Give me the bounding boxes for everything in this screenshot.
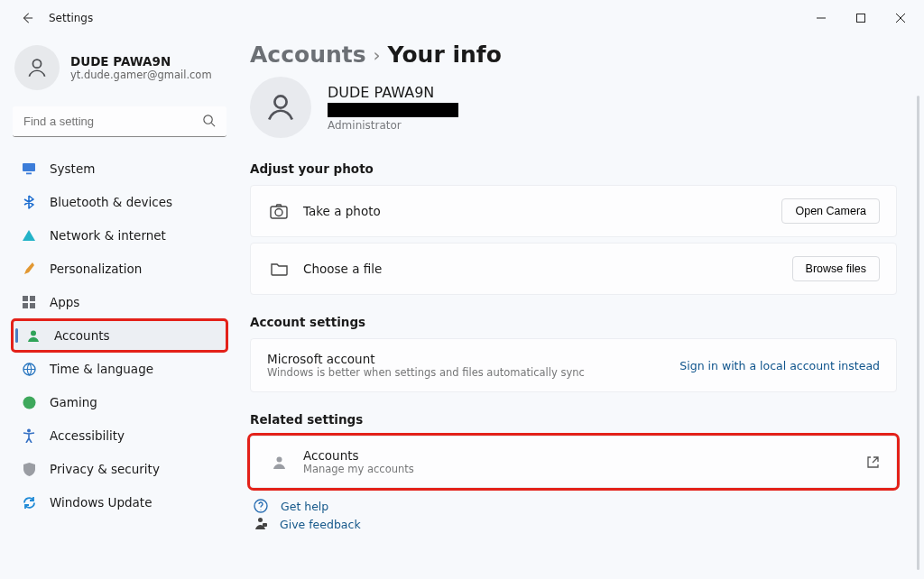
nav-label: Accounts bbox=[54, 328, 110, 343]
nav-label: Network & internet bbox=[50, 228, 166, 243]
breadcrumb-parent[interactable]: Accounts bbox=[250, 41, 366, 68]
svg-point-13 bbox=[274, 96, 286, 107]
svg-point-2 bbox=[204, 115, 212, 124]
svg-point-18 bbox=[258, 518, 263, 522]
svg-rect-7 bbox=[23, 303, 28, 308]
svg-rect-4 bbox=[26, 173, 32, 175]
svg-rect-19 bbox=[263, 523, 267, 527]
nav-label: Time & language bbox=[50, 362, 153, 376]
svg-point-11 bbox=[23, 396, 35, 409]
nav: System Bluetooth & devices Network & int… bbox=[13, 153, 226, 518]
nav-apps[interactable]: Apps bbox=[13, 287, 226, 317]
bluetooth-icon bbox=[22, 195, 36, 209]
search-icon bbox=[202, 114, 216, 127]
nav-time-language[interactable]: Time & language bbox=[13, 354, 226, 384]
nav-label: Personalization bbox=[50, 262, 142, 276]
svg-point-1 bbox=[32, 60, 41, 68]
related-accounts-sub: Manage my accounts bbox=[303, 463, 414, 475]
nav-label: Accessibility bbox=[50, 428, 125, 443]
get-help-link[interactable]: Get help bbox=[281, 500, 328, 513]
feedback-icon bbox=[254, 517, 267, 531]
search-input[interactable] bbox=[13, 106, 226, 137]
svg-rect-3 bbox=[23, 163, 35, 171]
gaming-icon bbox=[22, 396, 36, 409]
svg-point-9 bbox=[31, 331, 36, 336]
hero-avatar bbox=[250, 77, 311, 138]
folder-icon bbox=[267, 262, 291, 276]
hero-role: Administrator bbox=[328, 119, 458, 132]
nav-bluetooth[interactable]: Bluetooth & devices bbox=[13, 187, 226, 217]
local-account-link[interactable]: Sign in with a local account instead bbox=[679, 359, 880, 372]
choose-file-label: Choose a file bbox=[303, 262, 382, 276]
sidebar-profile-name: DUDE PAWA9N bbox=[70, 54, 212, 69]
open-external-icon bbox=[866, 455, 880, 469]
minimize-button[interactable] bbox=[801, 4, 841, 32]
title-bar: Settings bbox=[0, 0, 924, 36]
accessibility-icon bbox=[22, 428, 36, 443]
svg-point-12 bbox=[27, 429, 31, 433]
help-icon bbox=[254, 499, 268, 513]
account-hero: DUDE PAWA9N Administrator bbox=[250, 73, 897, 142]
open-camera-button[interactable]: Open Camera bbox=[781, 198, 880, 224]
svg-rect-5 bbox=[23, 296, 28, 301]
avatar bbox=[14, 45, 60, 90]
chevron-right-icon: › bbox=[374, 44, 381, 66]
nav-accessibility[interactable]: Accessibility bbox=[13, 420, 226, 451]
take-photo-label: Take a photo bbox=[303, 204, 381, 218]
brush-icon bbox=[22, 262, 36, 276]
nav-label: System bbox=[50, 161, 95, 176]
sidebar-profile[interactable]: DUDE PAWA9N yt.dude.gamer@gmail.com bbox=[13, 40, 226, 103]
give-feedback-row[interactable]: Give feedback bbox=[254, 517, 897, 531]
person-icon bbox=[267, 455, 291, 470]
scrollbar[interactable] bbox=[917, 96, 919, 570]
microsoft-account-row: Microsoft account Windows is better when… bbox=[251, 339, 896, 391]
camera-icon bbox=[267, 204, 291, 219]
update-icon bbox=[22, 496, 36, 510]
nav-gaming[interactable]: Gaming bbox=[13, 387, 226, 418]
apps-icon bbox=[22, 296, 36, 308]
close-button[interactable] bbox=[881, 4, 920, 32]
hero-name: DUDE PAWA9N bbox=[328, 84, 458, 101]
svg-rect-8 bbox=[30, 303, 35, 308]
nav-network[interactable]: Network & internet bbox=[13, 220, 226, 251]
page-title: Your info bbox=[388, 41, 502, 68]
get-help-row[interactable]: Get help bbox=[254, 499, 897, 513]
globe-icon bbox=[22, 363, 36, 376]
svg-rect-0 bbox=[857, 14, 865, 23]
nav-windows-update[interactable]: Windows Update bbox=[13, 487, 226, 518]
nav-label: Apps bbox=[50, 295, 79, 309]
svg-point-16 bbox=[276, 456, 282, 462]
breadcrumb: Accounts › Your info bbox=[250, 41, 897, 68]
nav-privacy[interactable]: Privacy & security bbox=[13, 454, 226, 484]
wifi-icon bbox=[22, 229, 36, 242]
take-photo-row: Take a photo Open Camera bbox=[251, 186, 896, 236]
window-title: Settings bbox=[49, 12, 93, 24]
sidebar: DUDE PAWA9N yt.dude.gamer@gmail.com Syst… bbox=[0, 36, 239, 579]
hero-email-redacted bbox=[328, 103, 458, 117]
svg-rect-6 bbox=[30, 296, 35, 301]
nav-system[interactable]: System bbox=[13, 153, 226, 184]
ms-account-title: Microsoft account bbox=[267, 352, 585, 366]
nav-label: Bluetooth & devices bbox=[50, 195, 172, 209]
ms-account-sub: Windows is better when settings and file… bbox=[267, 366, 585, 379]
back-button[interactable] bbox=[14, 5, 40, 31]
nav-label: Windows Update bbox=[50, 495, 152, 510]
nav-label: Privacy & security bbox=[50, 462, 160, 476]
svg-point-15 bbox=[275, 208, 282, 216]
choose-file-row: Choose a file Browse files bbox=[251, 244, 896, 294]
related-accounts-title: Accounts bbox=[303, 448, 414, 463]
nav-personalization[interactable]: Personalization bbox=[13, 253, 226, 284]
display-icon bbox=[22, 162, 36, 175]
related-accounts-row[interactable]: Accounts Manage my accounts bbox=[251, 437, 896, 487]
section-related-settings: Related settings bbox=[250, 412, 897, 427]
nav-label: Gaming bbox=[50, 395, 97, 409]
section-account-settings: Account settings bbox=[250, 315, 897, 329]
browse-files-button[interactable]: Browse files bbox=[792, 256, 880, 281]
section-adjust-photo: Adjust your photo bbox=[250, 161, 897, 176]
sidebar-profile-email: yt.dude.gamer@gmail.com bbox=[70, 69, 212, 81]
give-feedback-link[interactable]: Give feedback bbox=[280, 518, 361, 531]
main-content: Accounts › Your info DUDE PAWA9N Adminis… bbox=[239, 36, 924, 579]
nav-accounts[interactable]: Accounts bbox=[13, 320, 226, 351]
shield-icon bbox=[22, 463, 36, 476]
maximize-button[interactable] bbox=[841, 4, 881, 32]
